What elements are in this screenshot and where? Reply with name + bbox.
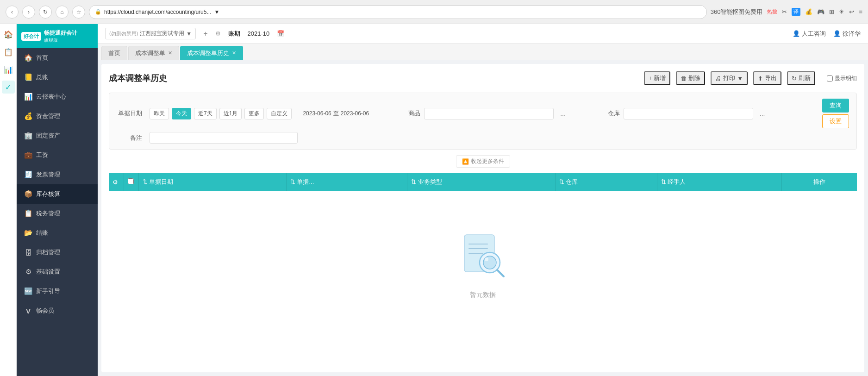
last7-btn[interactable]: 近7天 bbox=[194, 108, 217, 119]
date-separator: 至 bbox=[333, 110, 339, 118]
custom-btn[interactable]: 自定义 bbox=[267, 108, 292, 119]
select-all-checkbox[interactable] bbox=[128, 178, 134, 184]
sidebar-nav: 🏠 首页 📒 总账 📊 云报表中心 💰 资金管理 🏢 固定资产 💼 工资 bbox=[17, 48, 98, 376]
yesterday-btn[interactable]: 昨天 bbox=[150, 108, 169, 119]
grid-icon[interactable]: ⊞ bbox=[829, 8, 834, 15]
warehouse-filter-input[interactable] bbox=[624, 108, 753, 119]
sidebar-item-assets[interactable]: 🏢 固定资产 bbox=[17, 126, 98, 145]
remark-filter-input[interactable] bbox=[150, 132, 298, 144]
th-date[interactable]: ⇅ 单据日期 bbox=[138, 173, 286, 191]
new-button[interactable]: + 新增 bbox=[644, 71, 670, 85]
bookmark-button[interactable]: ☆ bbox=[72, 6, 85, 19]
sidebar-item-funds[interactable]: 💰 资金管理 bbox=[17, 107, 98, 126]
coin-icon[interactable]: 💰 bbox=[805, 8, 812, 15]
more-btn[interactable]: 更多 bbox=[244, 108, 264, 119]
date-filter-label: 单据日期 bbox=[117, 109, 142, 118]
th-warehouse[interactable]: ⇅ 仓库 bbox=[555, 173, 657, 191]
query-button[interactable]: 查询 bbox=[822, 99, 849, 113]
sidebar-item-label: 云报表中心 bbox=[36, 93, 66, 101]
th-actions: 操作 bbox=[782, 173, 857, 191]
undo-icon[interactable]: ↩ bbox=[849, 8, 854, 15]
sidebar-item-member[interactable]: V 畅会员 bbox=[17, 301, 98, 320]
game-icon[interactable]: 🎮 bbox=[817, 8, 824, 15]
back-button[interactable]: ‹ bbox=[6, 6, 19, 19]
home-button[interactable]: ⌂ bbox=[56, 6, 69, 19]
url-bar[interactable]: 🔒 https://cloud.chanjet.com/accounting/u… bbox=[89, 5, 707, 19]
th-warehouse-sort[interactable]: ⇅ 仓库 bbox=[559, 178, 653, 186]
refresh-button-page[interactable]: ↻ 刷新 bbox=[787, 71, 815, 85]
scissors-icon[interactable]: ✂ bbox=[782, 8, 787, 15]
sidebar-item-inventory[interactable]: 📦 库存核算 bbox=[17, 184, 98, 204]
browser-tools: 360智能抠图免费用 热搜 ✂ 译 💰 🎮 ⊞ ☀ ↩ ≡ bbox=[711, 8, 862, 16]
settings-gear-icon[interactable]: ⚙ bbox=[215, 30, 221, 37]
show-bright-checkbox-label[interactable]: 显示明细 bbox=[827, 75, 857, 82]
sidebar-item-ledger[interactable]: 📒 总账 bbox=[17, 68, 98, 87]
refresh-button[interactable]: ↻ bbox=[39, 6, 52, 19]
period-value: 2021-10 bbox=[248, 30, 270, 37]
icon-bar-home[interactable]: 🏠 bbox=[2, 28, 15, 41]
remark-filter-label: 备注 bbox=[117, 134, 142, 142]
translate-icon[interactable]: 译 bbox=[792, 8, 800, 16]
collapse-button[interactable]: 🔼 收起更多条件 bbox=[456, 155, 510, 168]
sidebar-item-guide[interactable]: 🆕 新手引导 bbox=[17, 282, 98, 301]
sidebar-item-settings[interactable]: ⚙ 基础设置 bbox=[17, 262, 98, 282]
icon-bar-chart[interactable]: 📊 bbox=[2, 63, 15, 76]
tab-cost-adjust-history[interactable]: 成本调整单历史 ✕ bbox=[180, 46, 243, 60]
delete-button[interactable]: 🗑 删除 bbox=[676, 71, 705, 85]
company-selector[interactable]: (勿删勿禁用) 江西服宝测试专用 ▼ bbox=[105, 28, 196, 39]
page-actions: + 新增 🗑 删除 🖨 打印 ▼ ⬆ 导出 ↻ bbox=[644, 71, 857, 85]
th-biz-type-sort[interactable]: ⇅ 业务类型 bbox=[411, 178, 551, 186]
delete-icon: 🗑 bbox=[681, 75, 687, 82]
sidebar-item-home[interactable]: 🏠 首页 bbox=[17, 48, 98, 68]
th-handler-sort[interactable]: ⇅ 经手人 bbox=[661, 178, 778, 186]
menu-icon[interactable]: ≡ bbox=[859, 8, 862, 15]
company-name: 江西服宝测试专用 bbox=[140, 30, 184, 38]
sidebar-item-archive[interactable]: 🗄 归档管理 bbox=[17, 243, 98, 262]
settings-button-filter[interactable]: 设置 bbox=[822, 114, 849, 128]
icon-bar-list[interactable]: 📋 bbox=[2, 45, 15, 58]
th-handler[interactable]: ⇅ 经手人 bbox=[657, 173, 782, 191]
tab-home[interactable]: 首页 bbox=[101, 46, 127, 60]
forward-button[interactable]: › bbox=[22, 6, 35, 19]
tab-cost-adjust-close[interactable]: ✕ bbox=[168, 50, 172, 56]
sidebar-item-reports[interactable]: 📊 云报表中心 bbox=[17, 87, 98, 107]
last1m-btn[interactable]: 近1月 bbox=[219, 108, 242, 119]
th-date-sort[interactable]: ⇅ 单据日期 bbox=[143, 178, 282, 186]
filter-row-remark: 备注 bbox=[117, 132, 849, 144]
sidebar-item-tax[interactable]: 📋 税务管理 bbox=[17, 204, 98, 223]
tab-cost-adjust[interactable]: 成本调整单 ✕ bbox=[128, 46, 179, 60]
th-number[interactable]: ⇅ 单据... bbox=[286, 173, 407, 191]
th-biz-type[interactable]: ⇅ 业务类型 bbox=[407, 173, 555, 191]
calendar-icon[interactable]: 📅 bbox=[277, 30, 284, 37]
icon-bar-active[interactable]: ✓ bbox=[2, 81, 15, 94]
today-btn[interactable]: 今天 bbox=[172, 108, 191, 119]
sidebar-item-label: 库存核算 bbox=[36, 190, 60, 198]
home-icon: 🏠 bbox=[24, 54, 32, 62]
th-gear[interactable]: ⚙ bbox=[109, 173, 124, 191]
sun-icon[interactable]: ☀ bbox=[839, 8, 844, 15]
add-company-icon[interactable]: + bbox=[203, 30, 207, 38]
sidebar-item-label: 归档管理 bbox=[36, 248, 60, 257]
sidebar-item-settlement[interactable]: 📂 结账 bbox=[17, 223, 98, 243]
print-button[interactable]: 🖨 打印 ▼ bbox=[711, 71, 748, 85]
export-button[interactable]: ⬆ 导出 bbox=[753, 71, 781, 85]
date-from: 2023-06-06 bbox=[303, 110, 331, 117]
th-number-sort[interactable]: ⇅ 单据... bbox=[290, 178, 403, 186]
warehouse-ellipsis-btn[interactable]: ... bbox=[757, 109, 768, 118]
sidebar-item-label: 基础设置 bbox=[36, 268, 60, 276]
th-checkbox[interactable] bbox=[124, 173, 138, 191]
tab-cost-adjust-history-label: 成本调整单历史 bbox=[187, 49, 229, 57]
refresh-icon: ↻ bbox=[792, 75, 797, 82]
user-name-button[interactable]: 👤 徐泽华 bbox=[833, 30, 861, 38]
sidebar-item-invoice[interactable]: 🧾 发票管理 bbox=[17, 165, 98, 184]
url-text: https://cloud.chanjet.com/accounting/uru… bbox=[104, 9, 211, 15]
goods-ellipsis-btn[interactable]: ... bbox=[557, 109, 568, 118]
th-date-label: ⇅ 单据日期 bbox=[143, 178, 174, 186]
goods-filter-label: 商品 bbox=[395, 109, 420, 118]
user-service-button[interactable]: 👤 人工咨询 bbox=[793, 30, 826, 38]
goods-filter-input[interactable] bbox=[424, 108, 554, 119]
tab-cost-adjust-history-close[interactable]: ✕ bbox=[232, 50, 236, 56]
page-header: 成本调整单历史 + 新增 🗑 删除 🖨 打印 ▼ ⬆ 导出 bbox=[109, 71, 857, 85]
show-bright-checkbox[interactable] bbox=[827, 75, 833, 81]
sidebar-item-salary[interactable]: 💼 工资 bbox=[17, 145, 98, 165]
